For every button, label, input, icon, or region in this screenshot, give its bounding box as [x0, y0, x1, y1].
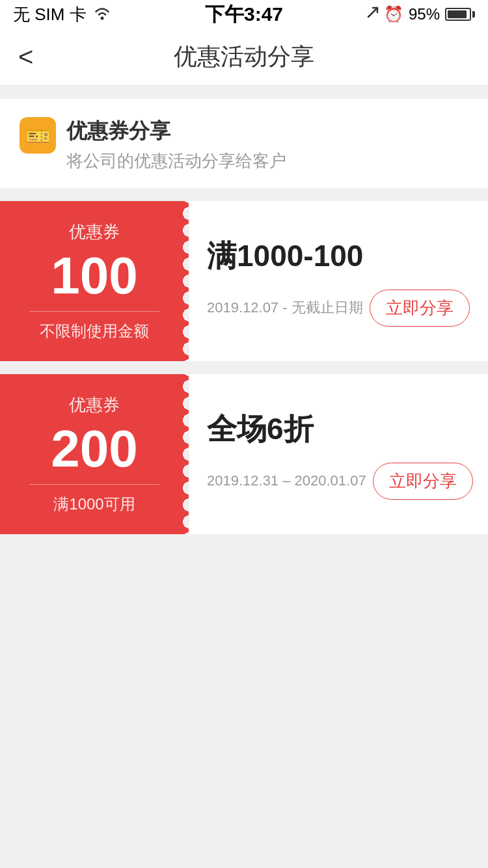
nav-bar: < 优惠活动分享 [0, 29, 488, 86]
status-right: ⏰ 95% [367, 5, 475, 23]
coupon-card-2: 优惠券 200 满1000可用 全场6折 2019.12.31 – 2020.0… [0, 374, 488, 534]
coupon-divider-1 [29, 311, 159, 312]
coupon-name-1: 满1000-100 [207, 236, 470, 277]
status-bar: 无 SIM 卡 下午3:47 ⏰ 95% [0, 0, 488, 29]
coupon-list: 优惠券 100 不限制使用金额 满1000-100 2019.12.07 - 无… [0, 201, 488, 547]
coupon-left-1: 优惠券 100 不限制使用金额 [0, 201, 189, 361]
coupon-name-2: 全场6折 [207, 409, 470, 450]
carrier-text: 无 SIM 卡 [13, 3, 87, 26]
coupon-divider-2 [29, 484, 159, 485]
coupon-right-2: 全场6折 2019.12.31 – 2020.01.07 立即分享 [189, 374, 488, 534]
page-title: 优惠活动分享 [174, 41, 314, 73]
section-title: 优惠券分享 [66, 117, 286, 146]
battery-icon [445, 8, 475, 21]
section-text: 优惠券分享 将公司的优惠活动分享给客户 [66, 117, 286, 172]
alarm-icon: ⏰ [384, 5, 403, 23]
share-button-1[interactable]: 立即分享 [370, 290, 470, 327]
location-icon [367, 5, 379, 23]
coupon-footer-1: 2019.12.07 - 无截止日期 立即分享 [207, 290, 470, 327]
coupon-icon: 🎫 [20, 117, 56, 154]
share-button-2[interactable]: 立即分享 [373, 463, 473, 500]
coupon-date-2: 2019.12.31 – 2020.01.07 [207, 472, 366, 489]
coupon-condition-1: 不限制使用金额 [40, 321, 149, 342]
coupon-condition-2: 满1000可用 [53, 494, 135, 515]
wifi-icon [93, 5, 111, 25]
svg-point-0 [100, 16, 103, 20]
section-subtitle: 将公司的优惠活动分享给客户 [66, 150, 286, 172]
status-time: 下午3:47 [205, 1, 283, 28]
coupon-right-1: 满1000-100 2019.12.07 - 无截止日期 立即分享 [189, 201, 488, 361]
background-fill [0, 547, 488, 868]
section-header: 🎫 优惠券分享 将公司的优惠活动分享给客户 [0, 99, 488, 188]
coupon-date-1: 2019.12.07 - 无截止日期 [207, 298, 363, 318]
battery-percent: 95% [409, 5, 440, 23]
back-button[interactable]: < [18, 42, 33, 72]
coupon-amount-2: 200 [51, 423, 137, 475]
coupon-card-1: 优惠券 100 不限制使用金额 满1000-100 2019.12.07 - 无… [0, 201, 488, 361]
coupon-amount-1: 100 [51, 250, 137, 302]
coupon-left-2: 优惠券 200 满1000可用 [0, 374, 189, 534]
status-left: 无 SIM 卡 [13, 3, 111, 26]
coupon-footer-2: 2019.12.31 – 2020.01.07 立即分享 [207, 463, 470, 500]
coupon-label-1: 优惠券 [69, 221, 120, 243]
coupon-label-2: 优惠券 [69, 394, 120, 416]
